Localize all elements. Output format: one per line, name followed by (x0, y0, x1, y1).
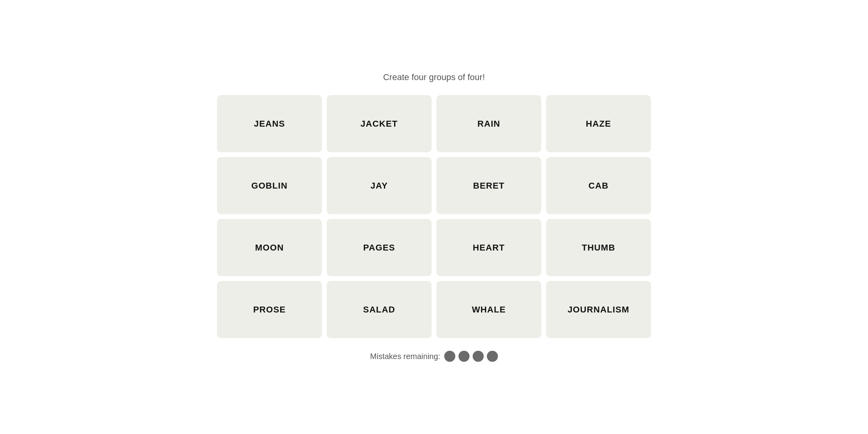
tile-label: SALAD (363, 305, 395, 315)
tile-label: RAIN (477, 119, 500, 129)
tile-label: HEART (473, 243, 505, 253)
tile-label: MOON (255, 243, 284, 253)
tile-label: PAGES (363, 243, 395, 253)
tile-salad[interactable]: SALAD (327, 281, 432, 338)
tile-pages[interactable]: PAGES (327, 219, 432, 276)
tile-rain[interactable]: RAIN (436, 95, 541, 152)
tile-journalism[interactable]: JOURNALISM (546, 281, 651, 338)
tile-label: JOURNALISM (568, 305, 629, 315)
tile-heart[interactable]: HEART (436, 219, 541, 276)
mistakes-label: Mistakes remaining: (370, 352, 440, 361)
tile-beret[interactable]: BERET (436, 157, 541, 214)
subtitle: Create four groups of four! (383, 72, 485, 82)
tile-label: JAY (370, 181, 388, 191)
tile-grid: JEANSJACKETRAINHAZEGOBLINJAYBERETCABMOON… (217, 95, 651, 338)
tile-label: JACKET (361, 119, 398, 129)
tile-goblin[interactable]: GOBLIN (217, 157, 322, 214)
mistake-dot-1 (444, 351, 455, 362)
tile-label: BERET (473, 181, 505, 191)
mistake-dot-3 (473, 351, 484, 362)
tile-label: WHALE (472, 305, 506, 315)
mistake-dot-2 (458, 351, 470, 362)
tile-label: PROSE (253, 305, 286, 315)
mistakes-row: Mistakes remaining: (370, 351, 498, 362)
tile-moon[interactable]: MOON (217, 219, 322, 276)
tile-label: JEANS (254, 119, 285, 129)
mistake-dot-4 (487, 351, 498, 362)
tile-jay[interactable]: JAY (327, 157, 432, 214)
game-container: Create four groups of four! JEANSJACKETR… (217, 72, 651, 362)
tile-label: THUMB (582, 243, 615, 253)
tile-thumb[interactable]: THUMB (546, 219, 651, 276)
tile-label: CAB (589, 181, 609, 191)
tile-prose[interactable]: PROSE (217, 281, 322, 338)
tile-jeans[interactable]: JEANS (217, 95, 322, 152)
tile-label: HAZE (586, 119, 611, 129)
tile-label: GOBLIN (251, 181, 288, 191)
tile-jacket[interactable]: JACKET (327, 95, 432, 152)
tile-haze[interactable]: HAZE (546, 95, 651, 152)
mistakes-dots (444, 351, 498, 362)
tile-whale[interactable]: WHALE (436, 281, 541, 338)
tile-cab[interactable]: CAB (546, 157, 651, 214)
